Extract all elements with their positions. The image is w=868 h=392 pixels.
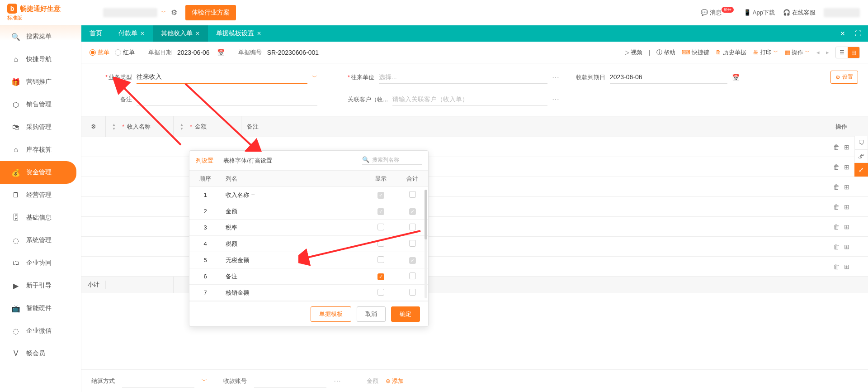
close-icon[interactable]: ✕: [195, 30, 200, 37]
red-doc-radio[interactable]: 红单: [115, 48, 135, 57]
sort-icon[interactable]: ▲▼: [175, 123, 188, 131]
sidebar-item-1[interactable]: ⌂快捷导航: [0, 48, 81, 71]
checkbox[interactable]: [377, 256, 384, 263]
tab-column-settings[interactable]: 列设置: [196, 157, 213, 165]
copy-icon[interactable]: ⊞: [844, 163, 849, 171]
attach-icon[interactable]: 🖇: [854, 149, 868, 163]
checkbox[interactable]: [377, 273, 384, 280]
delete-icon[interactable]: 🗑: [833, 223, 840, 230]
sidebar-item-2[interactable]: 🎁营销推广: [0, 71, 81, 93]
hotkey-link[interactable]: ⌨快捷键: [682, 48, 709, 57]
ops-link[interactable]: ▦操作﹀: [785, 48, 810, 57]
sidebar-item-12[interactable]: 📺智能硬件: [0, 297, 81, 320]
checkbox[interactable]: [409, 191, 416, 198]
app-download-link[interactable]: 📱 App下载: [744, 9, 775, 17]
history-link[interactable]: 🗎历史单据: [716, 48, 746, 57]
tab-2[interactable]: 其他收入单✕: [153, 25, 208, 42]
add-settlement-button[interactable]: ⊕添加: [386, 377, 404, 385]
confirm-button[interactable]: 确定: [391, 306, 420, 322]
copy-icon[interactable]: ⊞: [844, 143, 849, 151]
sidebar-item-7[interactable]: 🗒经营管理: [0, 184, 81, 206]
checkbox[interactable]: [409, 224, 416, 230]
popover-scrollbar[interactable]: [425, 190, 427, 298]
copy-icon[interactable]: ⊞: [844, 223, 849, 230]
sidebar-item-4[interactable]: 🛍采购管理: [0, 116, 81, 139]
print-link[interactable]: 🖶打印﹀: [753, 48, 778, 57]
settle-acct-input[interactable]: [254, 374, 326, 387]
doc-date-value[interactable]: 2023-06-06: [177, 49, 210, 56]
more-icon[interactable]: ⋯: [552, 95, 560, 104]
sidebar-item-13[interactable]: ◌企业微信: [0, 320, 81, 342]
partner-input[interactable]: [379, 71, 547, 84]
calendar-icon[interactable]: 📅: [217, 49, 225, 56]
rel-customer-input[interactable]: [392, 93, 547, 106]
sidebar-item-8[interactable]: 🗄基础信息: [0, 206, 81, 229]
copy-icon[interactable]: ⊞: [844, 243, 849, 250]
checkbox[interactable]: [409, 240, 416, 247]
close-icon[interactable]: ✕: [140, 30, 145, 37]
sidebar-item-10[interactable]: 🗂企业协同: [0, 252, 81, 274]
copy-icon[interactable]: ⊞: [844, 203, 849, 210]
tab-font-settings[interactable]: 表格字体/行高设置: [223, 157, 272, 165]
delete-icon[interactable]: 🗑: [833, 163, 840, 171]
next-icon[interactable]: ▸: [826, 49, 829, 56]
prev-icon[interactable]: ◂: [816, 49, 820, 56]
due-date-input[interactable]: [610, 71, 727, 84]
tab-3[interactable]: 单据模板设置✕: [208, 25, 269, 42]
copy-icon[interactable]: ⊞: [844, 183, 849, 191]
biz-type-input[interactable]: [137, 71, 307, 84]
close-icon[interactable]: ✕: [257, 30, 261, 37]
more-icon[interactable]: ⋯: [552, 73, 560, 81]
try-industry-button[interactable]: 体验行业方案: [185, 5, 236, 20]
tab-0[interactable]: 首页: [81, 25, 110, 42]
sidebar-item-6[interactable]: 💰资金管理: [0, 161, 76, 184]
delete-icon[interactable]: 🗑: [833, 263, 840, 270]
delete-icon[interactable]: 🗑: [833, 243, 840, 250]
messages-link[interactable]: 💬 消息 99+: [701, 9, 736, 17]
gear-icon[interactable]: ⚙: [171, 8, 177, 17]
calendar-icon[interactable]: 📅: [732, 74, 740, 81]
sidebar-item-14[interactable]: V畅会员: [0, 342, 81, 365]
online-service-link[interactable]: 🎧 在线客服: [783, 9, 816, 17]
column-search[interactable]: 🔍: [362, 156, 422, 165]
org-selector[interactable]: ﹀: [103, 8, 166, 17]
blue-doc-radio[interactable]: 蓝单: [90, 48, 109, 57]
delete-icon[interactable]: 🗑: [833, 183, 840, 191]
checkbox[interactable]: [377, 224, 384, 230]
more-icon[interactable]: ⋯: [334, 377, 341, 385]
note-icon[interactable]: 🗨: [854, 136, 868, 149]
fullscreen-icon[interactable]: ⛶: [852, 27, 864, 40]
help-link[interactable]: ⓘ帮助: [656, 48, 675, 57]
cancel-button[interactable]: 取消: [357, 306, 386, 322]
view-list-icon[interactable]: ☰: [836, 47, 848, 58]
chevron-down-icon[interactable]: ﹀: [251, 192, 255, 198]
view-form-icon[interactable]: ▤: [848, 47, 859, 58]
sidebar-item-5[interactable]: ⌂库存核算: [0, 139, 81, 161]
tab-1[interactable]: 付款单✕: [110, 25, 153, 42]
sidebar-item-3[interactable]: ⬡销售管理: [0, 93, 81, 116]
checkbox[interactable]: [377, 289, 384, 296]
doc-template-button[interactable]: 单据模板: [311, 306, 351, 322]
checkbox[interactable]: [409, 272, 416, 279]
remark-input[interactable]: [137, 93, 317, 106]
checkbox[interactable]: [409, 289, 416, 296]
expand-icon[interactable]: ⤢: [854, 163, 868, 177]
copy-icon[interactable]: ⊞: [844, 263, 849, 270]
sidebar-item-11[interactable]: ▶新手引导: [0, 274, 81, 297]
sidebar-item-9[interactable]: ◌系统管理: [0, 229, 81, 252]
chevron-down-icon: ﹀: [161, 9, 166, 16]
chevron-down-icon[interactable]: ﹀: [312, 73, 317, 81]
table-settings-gear[interactable]: ⚙: [81, 116, 106, 137]
column-search-input[interactable]: [372, 157, 422, 163]
video-link[interactable]: ▷视频: [625, 48, 642, 57]
sort-icon[interactable]: ▲▼: [108, 123, 120, 131]
checkbox[interactable]: [377, 240, 384, 247]
tab-close-all-icon[interactable]: ✕: [836, 27, 849, 40]
chevron-down-icon[interactable]: ﹀: [202, 377, 207, 385]
config-button[interactable]: ⚙设置: [830, 71, 858, 84]
settle-method-input[interactable]: [122, 374, 194, 387]
sidebar-item-0[interactable]: 🔍搜索菜单: [0, 25, 81, 48]
user-avatar-blurred[interactable]: [824, 8, 860, 17]
delete-icon[interactable]: 🗑: [833, 143, 840, 151]
delete-icon[interactable]: 🗑: [833, 203, 840, 210]
